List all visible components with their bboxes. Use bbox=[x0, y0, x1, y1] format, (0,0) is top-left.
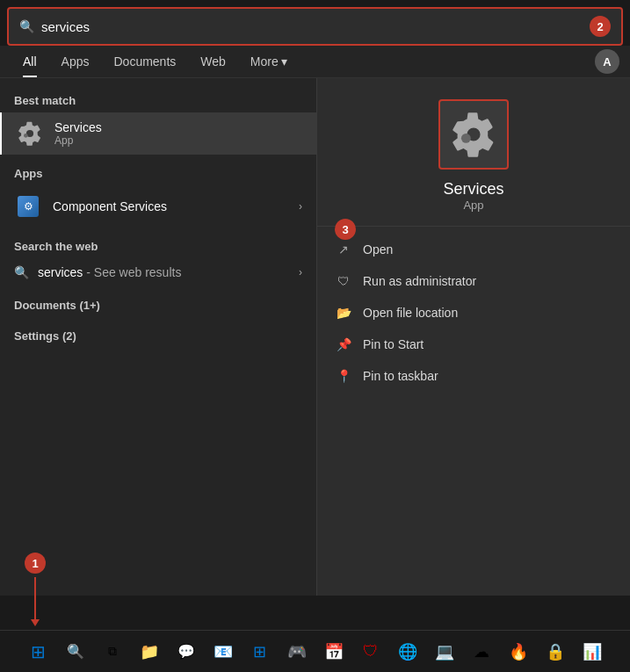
best-match-label: Best match bbox=[0, 89, 316, 112]
apps-label: Apps bbox=[0, 162, 316, 185]
app-name: Services bbox=[443, 180, 503, 199]
pin-taskbar-icon: 📍 bbox=[335, 367, 352, 385]
tab-web[interactable]: Web bbox=[188, 46, 238, 77]
app-type: App bbox=[463, 199, 483, 212]
badge-3: 3 bbox=[335, 219, 356, 240]
badge-2: 2 bbox=[590, 16, 611, 37]
svg-point-1 bbox=[461, 134, 471, 143]
search-taskbar-button[interactable]: 🔍 bbox=[60, 636, 91, 668]
left-panel: Best match Services App Apps ⚙ Component… bbox=[0, 78, 316, 596]
component-services-text: Component Services bbox=[53, 199, 299, 213]
tab-documents[interactable]: Documents bbox=[101, 46, 188, 77]
chevron-right-icon: › bbox=[299, 200, 302, 213]
run-as-admin-button[interactable]: 🛡 Run as administrator bbox=[317, 265, 630, 297]
xbox-button[interactable]: 🎮 bbox=[281, 636, 313, 668]
calendar-button[interactable]: 📅 bbox=[318, 636, 350, 668]
web-search-text: services - See web results bbox=[38, 265, 299, 279]
cloud-button[interactable]: ☁ bbox=[466, 636, 497, 668]
arrow-annotation: 1 bbox=[25, 553, 46, 621]
app-icon-large bbox=[438, 99, 509, 170]
browser-button[interactable]: 🌐 bbox=[392, 636, 424, 668]
pin-to-taskbar-button[interactable]: 📍 Pin to taskbar bbox=[317, 360, 630, 392]
best-match-subtitle: App bbox=[54, 134, 302, 147]
documents-label: Documents (1+) bbox=[0, 293, 316, 317]
open-button[interactable]: ↗ Open bbox=[317, 234, 630, 265]
settings-label: Settings (2) bbox=[0, 324, 316, 348]
component-services-title: Component Services bbox=[53, 199, 299, 213]
system-tray[interactable]: 📊 bbox=[576, 636, 608, 668]
badge-1: 1 bbox=[25, 553, 46, 574]
chevron-right-icon2: › bbox=[299, 266, 302, 278]
task-view-button[interactable]: ⧉ bbox=[97, 636, 128, 668]
context-menu: ↗ Open 🛡 Run as administrator 📂 Open fil… bbox=[317, 227, 630, 399]
tabs-bar: All Apps Documents Web More ▾ A bbox=[0, 46, 630, 78]
antivirus-button[interactable]: 🛡 bbox=[355, 636, 387, 668]
web-search-icon: 🔍 bbox=[14, 265, 29, 279]
open-icon: ↗ bbox=[335, 241, 352, 258]
folder-open-icon: 📂 bbox=[335, 304, 352, 322]
web-search-label: Search the web bbox=[0, 235, 316, 258]
component-services-item[interactable]: ⚙ Component Services › bbox=[0, 185, 316, 228]
start-button[interactable]: ⊞ bbox=[23, 636, 54, 668]
pin-start-icon: 📌 bbox=[335, 336, 352, 353]
open-file-location-button[interactable]: 📂 Open file location bbox=[317, 297, 630, 329]
vpn-button[interactable]: 🔒 bbox=[539, 636, 571, 668]
main-content: Best match Services App Apps ⚙ Component… bbox=[0, 78, 630, 596]
svg-point-0 bbox=[24, 134, 28, 138]
best-match-item[interactable]: Services App bbox=[0, 112, 316, 155]
right-panel: Services App 3 ↗ Open 🛡 Run as administr… bbox=[316, 78, 630, 596]
tab-all[interactable]: All bbox=[11, 46, 49, 77]
file-explorer-button[interactable]: 📁 bbox=[134, 636, 165, 668]
tab-apps[interactable]: Apps bbox=[49, 46, 102, 77]
search-bar[interactable]: 🔍 2 bbox=[7, 7, 623, 46]
slack-button[interactable]: 💻 bbox=[429, 636, 460, 668]
chevron-down-icon: ▾ bbox=[281, 54, 287, 69]
store-button[interactable]: ⊞ bbox=[244, 636, 276, 668]
pin-to-start-button[interactable]: 📌 Pin to Start bbox=[317, 329, 630, 360]
teams-chat-button[interactable]: 💬 bbox=[170, 636, 202, 668]
search-icon: 🔍 bbox=[19, 19, 34, 33]
web-search-item[interactable]: 🔍 services - See web results › bbox=[0, 258, 316, 286]
user-avatar: A bbox=[595, 49, 619, 74]
firefox-button[interactable]: 🔥 bbox=[503, 636, 534, 668]
best-match-title: Services bbox=[54, 120, 302, 134]
best-match-text: Services App bbox=[54, 120, 302, 147]
shield-icon: 🛡 bbox=[335, 272, 352, 290]
services-icon bbox=[16, 119, 44, 148]
search-input[interactable] bbox=[41, 19, 583, 34]
mail-button[interactable]: 📧 bbox=[207, 636, 239, 668]
taskbar: ⊞ 🔍 ⧉ 📁 💬 📧 ⊞ 🎮 📅 🛡 🌐 💻 ☁ 🔥 🔒 📊 bbox=[0, 630, 630, 672]
arrow-down bbox=[34, 577, 36, 621]
tab-more[interactable]: More ▾ bbox=[238, 46, 300, 77]
component-services-icon: ⚙ bbox=[14, 192, 42, 220]
